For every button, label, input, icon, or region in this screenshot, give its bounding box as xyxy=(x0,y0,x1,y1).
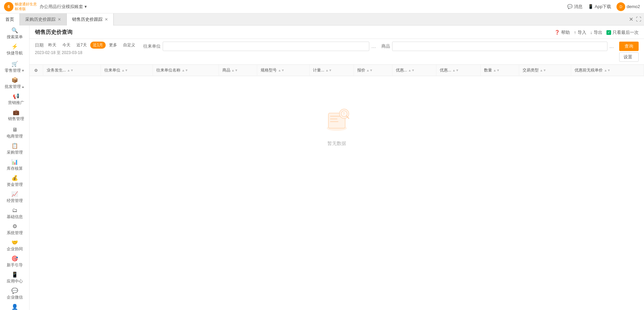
basic-info-icon: 🗂 xyxy=(12,207,17,213)
sales-mgmt-icon: 💼 xyxy=(13,109,19,115)
date-btn-1month[interactable]: 近1月 xyxy=(90,42,106,49)
sort-icon: ▲▼ xyxy=(604,69,610,72)
svg-rect-3 xyxy=(330,118,337,119)
sidebar-item-inventory[interactable]: 📊 库存核算 xyxy=(0,157,29,173)
avatar: D xyxy=(616,2,625,11)
date-btn-today[interactable]: 今天 xyxy=(60,42,73,49)
search-icon: 🔍 xyxy=(11,27,18,34)
product-input[interactable] xyxy=(392,42,607,51)
tab-bar: 首页 采购历史价跟踪 ✕ 销售历史价跟踪 ✕ ✕ ⛶ xyxy=(0,13,644,25)
sort-icon: ▲▼ xyxy=(67,69,74,72)
logo: 6 畅捷通好生意 标准版 xyxy=(4,2,37,11)
page-header: 销售历史价查询 ❓ 帮助 ↑ 导入 ↓ 导出 ✓ 只看最后一次 xyxy=(30,25,644,39)
main-layout: 🔍 搜索菜单 ⚡ 快捷导航 🛒 零售管理 ▼ 📦 批发管理 ▲ 📢 营销推广 xyxy=(0,25,644,310)
tab-purchase-history[interactable]: 采购历史价跟踪 ✕ xyxy=(20,13,67,25)
wechat-icon: 💬 xyxy=(11,288,18,294)
top-bar: 6 畅捷通好生意 标准版 办公用品行业模拟账套 ▾ 💬 消息 📱 App下载 D… xyxy=(0,0,644,13)
fullscreen-btn[interactable]: ⛶ xyxy=(636,16,641,22)
data-table: ⚙ 业务发生... ▲▼ 往来单位 ▲▼ xyxy=(30,65,644,76)
help-btn[interactable]: ❓ 帮助 xyxy=(554,30,570,36)
sort-icon: ▲▼ xyxy=(408,69,415,72)
sidebar-item-app-center[interactable]: 📱 应用中心 xyxy=(0,270,29,286)
product-picker-icon[interactable]: ... xyxy=(609,43,614,49)
col-quantity[interactable]: 数量 ▲▼ xyxy=(481,65,519,76)
sidebar-item-ecommerce[interactable]: 🖥 电商管理 xyxy=(0,125,29,141)
sidebar-item-enterprise-collab[interactable]: 🤝 企业协同 xyxy=(0,238,29,254)
chevron-down-icon: ▾ xyxy=(85,4,87,9)
wholesale-icon: 📦 xyxy=(11,77,18,83)
col-unit-name[interactable]: 往来单位名称 ▲▼ xyxy=(153,65,219,76)
from-unit-label: 往来单位 xyxy=(143,43,161,49)
col-biz-date[interactable]: 业务发生... ▲▼ xyxy=(43,65,101,76)
message-btn[interactable]: 💬 消息 xyxy=(567,4,583,10)
sidebar-item-new-guide[interactable]: 🎯 新手引导 xyxy=(0,254,29,270)
empty-state: ? 暂无数据 xyxy=(30,76,644,173)
date-btn-7days[interactable]: 近7天 xyxy=(74,42,90,49)
col-settings[interactable]: ⚙ xyxy=(30,65,43,76)
sidebar-item-search-menu[interactable]: 🔍 搜索菜单 xyxy=(0,25,29,42)
sidebar-item-wholesale[interactable]: 📦 批发管理 ▲ xyxy=(0,75,29,91)
date-btn-custom[interactable]: 自定义 xyxy=(120,42,138,49)
import-btn[interactable]: ↑ 导入 xyxy=(574,30,586,36)
retail-icon: 🛒 xyxy=(11,61,18,67)
col-spec[interactable]: 规格型号 ▲▼ xyxy=(257,65,309,76)
inventory-icon: 📊 xyxy=(11,159,18,165)
only-last-checkbox[interactable]: ✓ 只看最后一次 xyxy=(606,30,639,36)
date-btn-yesterday[interactable]: 昨天 xyxy=(46,42,59,49)
query-button[interactable]: 查询 xyxy=(619,42,639,51)
col-unit[interactable]: 计量... ▲▼ xyxy=(309,65,354,76)
filter-bar: 日期 昨天 今天 近7天 近1月 更多 自定义 2023-02-18 至 202… xyxy=(30,39,644,65)
col-discount2[interactable]: 优惠... ▲▼ xyxy=(436,65,481,76)
download-icon: 📱 xyxy=(588,4,593,9)
col-product[interactable]: 商品 ▲▼ xyxy=(219,65,257,76)
svg-rect-2 xyxy=(330,116,340,117)
sidebar-item-quick-nav[interactable]: ⚡ 快捷导航 xyxy=(0,42,29,58)
purchase-icon: 📋 xyxy=(11,143,18,149)
settings-button[interactable]: 设置 xyxy=(619,52,639,62)
ecommerce-icon: 🖥 xyxy=(12,127,17,133)
sidebar-item-retail[interactable]: 🛒 零售管理 ▼ xyxy=(0,59,29,75)
sidebar-item-purchase[interactable]: 📋 采购管理 xyxy=(0,141,29,157)
finance-icon: 💰 xyxy=(11,175,18,181)
sort-icon: ▲▼ xyxy=(181,69,188,72)
message-icon: 💬 xyxy=(567,4,573,9)
col-pretax-price[interactable]: 优惠前无税单价 ▲▼ xyxy=(571,65,644,76)
sidebar-item-sales-mgmt[interactable]: 💼 销售管理 xyxy=(0,107,29,123)
sort-icon: ▲▼ xyxy=(121,69,128,72)
user-profile[interactable]: D demo2 xyxy=(616,2,640,11)
date-range-display: 2023-02-18 至 2023-03-18 xyxy=(35,50,138,56)
close-tab-btn[interactable]: ✕ xyxy=(629,16,633,22)
from-unit-picker-icon[interactable]: ... xyxy=(371,43,376,49)
sidebar-item-member[interactable]: 👤 畅会员 xyxy=(0,302,29,310)
from-unit-input[interactable] xyxy=(163,42,369,51)
col-quoted-price[interactable]: 报价 ▲▼ xyxy=(354,65,392,76)
app-download-btn[interactable]: 📱 App下载 xyxy=(588,4,611,10)
date-btn-more[interactable]: 更多 xyxy=(106,42,120,49)
export-icon: ↓ xyxy=(590,30,593,35)
tab-actions: ✕ ⛶ xyxy=(626,16,644,22)
app-selector[interactable]: 办公用品行业模拟账套 ▾ xyxy=(40,4,87,10)
chevron-down-icon: ▼ xyxy=(21,69,25,72)
sidebar-item-enterprise-wechat[interactable]: 💬 企业微信 xyxy=(0,286,29,302)
col-discount1[interactable]: 优惠... ▲▼ xyxy=(392,65,436,76)
sidebar-item-system[interactable]: ⚙ 系统管理 xyxy=(0,221,29,238)
tab-sales-close-icon[interactable]: ✕ xyxy=(105,17,108,22)
sidebar-item-basic-info[interactable]: 🗂 基础信息 xyxy=(0,205,29,221)
tab-sales-history[interactable]: 销售历史价跟踪 ✕ xyxy=(67,13,114,25)
chevron-up-icon: ▲ xyxy=(21,85,25,89)
sidebar-item-finance[interactable]: 💰 资金管理 xyxy=(0,173,29,189)
sidebar-item-operations[interactable]: 📈 经营管理 xyxy=(0,189,29,205)
tab-purchase-close-icon[interactable]: ✕ xyxy=(58,17,61,22)
operations-icon: 📈 xyxy=(11,191,18,197)
logo-icon: 6 xyxy=(4,2,13,11)
top-bar-left: 6 畅捷通好生意 标准版 办公用品行业模拟账套 ▾ xyxy=(4,2,87,11)
col-unit-code[interactable]: 往来单位 ▲▼ xyxy=(101,65,153,76)
tab-home[interactable]: 首页 xyxy=(0,13,20,25)
date-label: 日期 xyxy=(35,42,44,48)
sidebar-item-marketing[interactable]: 📢 营销推广 xyxy=(0,91,29,107)
sort-icon: ▲▼ xyxy=(540,69,546,72)
sort-icon: ▲▼ xyxy=(366,69,373,72)
svg-text:?: ? xyxy=(343,112,345,116)
col-trade-type[interactable]: 交易类型 ▲▼ xyxy=(519,65,571,76)
export-btn[interactable]: ↓ 导出 xyxy=(590,30,603,36)
